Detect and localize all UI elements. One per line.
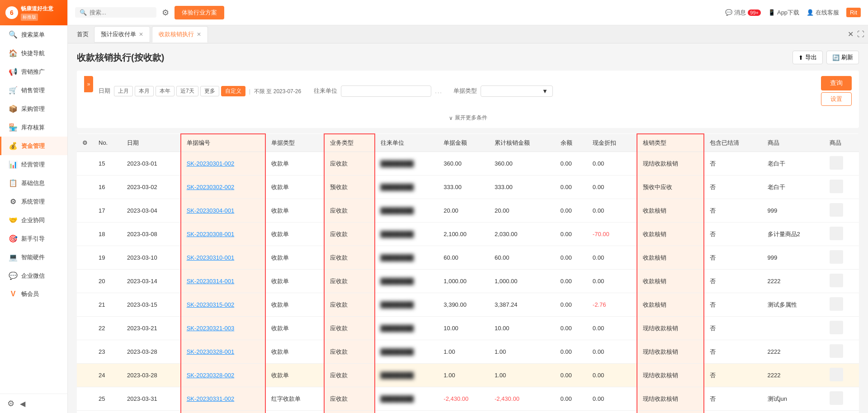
date-last-month-btn[interactable]: 上月	[114, 86, 133, 96]
filter-row: 日期 上月 本月 本年 近7天 更多 自定义 | 不限 至 2023-07-26…	[99, 76, 852, 106]
tab-pre-receipt-close[interactable]: ✕	[139, 31, 143, 38]
tab-receipt-verify-close[interactable]: ✕	[197, 31, 201, 38]
voucher-type-select[interactable]: ▼	[481, 85, 553, 97]
cell-voucher-type: 收款单	[265, 176, 324, 199]
date-this-month-btn[interactable]: 本月	[135, 86, 154, 96]
topbar-search-box: 🔍	[75, 7, 156, 18]
cell-voucher-no[interactable]: SK-20230310-001	[181, 246, 266, 270]
sidebar-item-inventory[interactable]: 🏪 库存核算	[0, 118, 67, 137]
customer-input[interactable]	[341, 85, 431, 97]
marketing-icon: 📢	[9, 67, 18, 76]
cell-voucher-no[interactable]: SK-20230328-002	[181, 364, 266, 387]
cell-voucher-no[interactable]: SK-20230314-001	[181, 270, 266, 293]
sidebar-item-sales[interactable]: 🛒 销售管理	[0, 81, 67, 100]
export-btn[interactable]: ⬆ 导出	[793, 51, 823, 64]
cell-settings	[77, 176, 93, 199]
cell-amount: 20.00	[438, 199, 489, 223]
cell-voucher-no[interactable]: SK-20230308-001	[181, 223, 266, 246]
col-amount: 单据金额	[438, 134, 489, 152]
system-icon: ⚙	[9, 197, 18, 206]
cell-date: 2023-03-08	[122, 223, 181, 246]
tab-expand-btn[interactable]: ⛶	[857, 30, 864, 38]
sidebar-item-weixin[interactable]: 💬 企业微信	[0, 266, 67, 285]
message-btn[interactable]: 💬 消息 99+	[725, 9, 761, 17]
cell-balance: 0.00	[555, 246, 587, 270]
topbar-gear-icon[interactable]: ⚙	[162, 8, 169, 18]
cell-voucher-type: 收款单	[265, 152, 324, 176]
sidebar-item-marketing[interactable]: 📢 营销推广	[0, 62, 67, 81]
cell-voucher-no[interactable]: SK-20230304-001	[181, 199, 266, 223]
cell-verify-type: 现结收款核销	[637, 317, 704, 340]
tab-pre-receipt[interactable]: 预计应收付单 ✕	[94, 26, 150, 43]
cell-voucher-no[interactable]: SK-20230321-003	[181, 317, 266, 340]
sidebar: 6 畅康道好生意 标推版 🔍 搜索菜单 🏠 快捷导航 📢 营销推广 🛒 销售管理…	[0, 0, 68, 413]
col-settings[interactable]: ⚙	[77, 134, 93, 152]
date-custom-btn[interactable]: 自定义	[221, 86, 245, 96]
tab-receipt-verify[interactable]: 收款核销执行 ✕	[152, 26, 208, 43]
sidebar-collapse-btn[interactable]: ◀	[20, 399, 25, 408]
date-7days-btn[interactable]: 近7天	[176, 86, 198, 96]
table-row: 202023-03-14SK-20230314-001收款单应收款███████…	[77, 270, 859, 293]
filter-toggle-btn[interactable]: »	[84, 76, 93, 92]
setting-btn[interactable]: 设置	[821, 92, 852, 106]
cell-verify-type: 预收中应收	[637, 176, 704, 199]
sidebar-item-operation[interactable]: 📊 经营管理	[0, 155, 67, 174]
sidebar-settings-btn[interactable]: ⚙	[7, 399, 14, 408]
app-download-btn[interactable]: 📱 App下载	[768, 9, 799, 17]
page-title-bar: 收款核销执行(按收款) ⬆ 导出 🔄 刷新	[77, 51, 859, 64]
sidebar-item-search[interactable]: 🔍 搜索菜单	[0, 25, 67, 44]
sidebar-item-guide[interactable]: 🎯 新手引导	[0, 229, 67, 248]
tab-home[interactable]: 首页	[71, 30, 94, 38]
cell-voucher-no[interactable]: SK-20230301-002	[181, 152, 266, 176]
refresh-btn[interactable]: 🔄 刷新	[826, 51, 859, 64]
cell-amount: 1.00	[438, 340, 489, 364]
date-label: 日期	[99, 87, 110, 95]
table-row: 262023-04-03SK-20230403-002收款单预收款███████…	[77, 411, 859, 413]
date-more-btn[interactable]: 更多	[200, 86, 219, 96]
date-this-year-btn[interactable]: 本年	[156, 86, 175, 96]
sidebar-item-quick-nav[interactable]: 🏠 快捷导航	[0, 44, 67, 62]
cell-verify-type: 现结收款核销	[637, 364, 704, 387]
sales-icon: 🛒	[9, 86, 18, 95]
cell-date: 2023-03-28	[122, 340, 181, 364]
chevron-down-icon: ▼	[542, 88, 548, 95]
col-verified-amount: 累计核销金额	[489, 134, 555, 152]
online-service-btn[interactable]: 👤 在线客服	[807, 9, 839, 17]
sidebar-item-purchase[interactable]: 📦 采购管理	[0, 100, 67, 118]
cell-no: 26	[93, 411, 122, 413]
query-btn[interactable]: 查询	[821, 76, 852, 90]
sidebar-item-system[interactable]: ⚙ 系统管理	[0, 192, 67, 211]
cell-verified-amount: 1,000.00	[489, 270, 555, 293]
filter-dots: ...	[435, 88, 443, 95]
col-customer: 往来单位	[375, 134, 439, 152]
user-avatar[interactable]: Rit	[846, 8, 861, 17]
cell-voucher-no[interactable]: SK-20230403-002	[181, 411, 266, 413]
cell-voucher-no[interactable]: SK-20230331-002	[181, 387, 266, 411]
sidebar-item-base[interactable]: 📋 基础信息	[0, 174, 67, 192]
cell-product	[762, 317, 824, 340]
sidebar-label-inventory: 库存核算	[21, 123, 45, 132]
cell-amount: -2,430.00	[438, 387, 489, 411]
cell-include-settled: 否	[704, 176, 762, 199]
sidebar-item-member[interactable]: V 畅会员	[0, 285, 67, 303]
table-row: 162023-03-02SK-20230302-002收款单预收款███████…	[77, 176, 859, 199]
cell-balance: 0.00	[555, 411, 587, 413]
expand-more-btn[interactable]: ∨ 展开更多条件	[84, 113, 852, 123]
industry-solution-btn[interactable]: 体验行业方案	[175, 6, 224, 19]
home-icon: 🏠	[9, 49, 18, 57]
sidebar-item-finance[interactable]: 💰 资金管理	[0, 137, 67, 155]
cell-voucher-no[interactable]: SK-20230315-002	[181, 293, 266, 317]
cell-customer: ████████	[375, 223, 439, 246]
sidebar-item-hardware[interactable]: 💻 智能硬件	[0, 248, 67, 266]
cell-no: 19	[93, 246, 122, 270]
cell-voucher-no[interactable]: SK-20230328-001	[181, 340, 266, 364]
voucher-type-label: 单据类型	[453, 87, 477, 95]
sidebar-item-enterprise[interactable]: 🤝 企业协同	[0, 211, 67, 229]
cell-customer: ████████	[375, 340, 439, 364]
cell-settings	[77, 364, 93, 387]
cell-voucher-no[interactable]: SK-20230302-002	[181, 176, 266, 199]
tab-close-all-btn[interactable]: ✕	[848, 30, 854, 38]
cell-product2	[824, 246, 859, 270]
topbar-search-icon: 🔍	[80, 9, 87, 16]
topbar-search-input[interactable]	[90, 9, 152, 16]
